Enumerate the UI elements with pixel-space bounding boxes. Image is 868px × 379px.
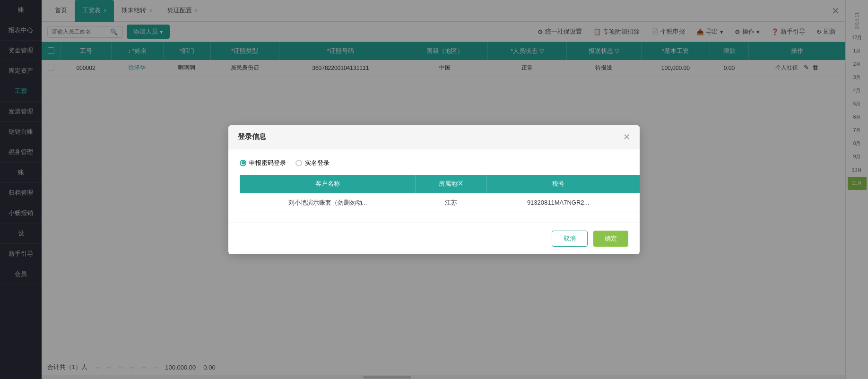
login-type-radio-group: 申报密码登录 实名登录 xyxy=(240,159,628,167)
cancel-button[interactable]: 取消 xyxy=(552,231,588,247)
modal-title: 登录信息 xyxy=(238,132,266,141)
modal-header: 登录信息 ✕ xyxy=(228,125,640,149)
login-modal: 登录信息 ✕ 申报密码登录 实名登录 客户名称 所属地区 xyxy=(228,125,640,254)
modal-cell-region: 江苏 xyxy=(416,193,486,213)
confirm-button[interactable]: 确定 xyxy=(593,231,628,247)
modal-col-taxno: 税号 xyxy=(486,175,630,193)
modal-cell-password[interactable] xyxy=(630,193,640,213)
radio-realname-circle[interactable] xyxy=(295,160,302,166)
tax-password-input[interactable] xyxy=(635,199,640,206)
modal-close-button[interactable]: ✕ xyxy=(623,132,630,142)
modal-col-password: 个税密码 xyxy=(630,175,640,193)
login-info-table: 客户名称 所属地区 税号 个税密码 刘小艳演示账套（勿删勿动... 江苏 913… xyxy=(240,175,640,213)
modal-footer: 取消 确定 xyxy=(228,223,640,254)
radio-realname-login[interactable]: 实名登录 xyxy=(295,159,330,167)
modal-cell-client: 刘小艳演示账套（勿删勿动... xyxy=(240,193,416,213)
modal-table-row: 刘小艳演示账套（勿删勿动... 江苏 91320811MA7NGR2... xyxy=(240,193,640,213)
radio-password-login[interactable]: 申报密码登录 xyxy=(240,159,286,167)
modal-body: 申报密码登录 实名登录 客户名称 所属地区 税号 个税密码 xyxy=(228,149,640,223)
radio-password-circle[interactable] xyxy=(240,160,246,166)
modal-col-client: 客户名称 xyxy=(240,175,416,193)
modal-cell-taxno: 91320811MA7NGR2... xyxy=(486,193,630,213)
modal-overlay: 登录信息 ✕ 申报密码登录 实名登录 客户名称 所属地区 xyxy=(0,0,868,379)
modal-col-region: 所属地区 xyxy=(416,175,486,193)
